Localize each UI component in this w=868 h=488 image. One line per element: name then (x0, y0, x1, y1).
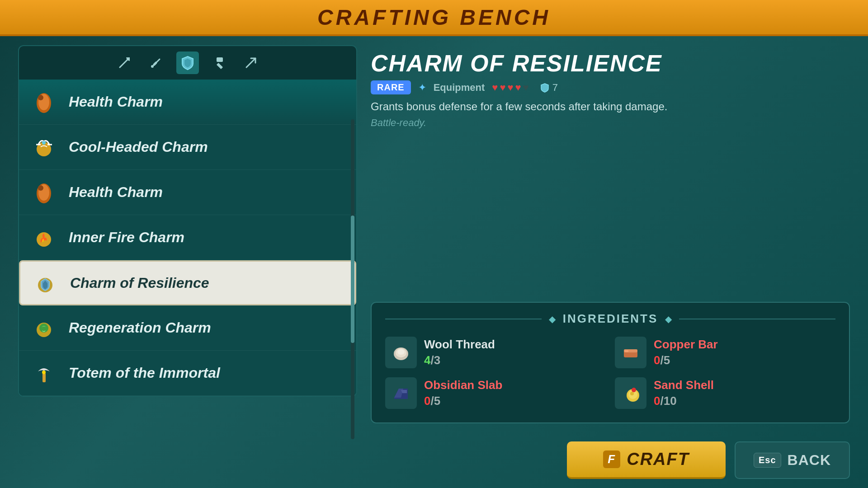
ingredient-sand-shell: Sand Shell 0/10 (615, 377, 835, 409)
sand-shell-icon (615, 377, 646, 409)
item-icon-resilience (29, 267, 61, 299)
item-icon-health2 (28, 177, 60, 208)
detail-title: CHARM OF RESILIENCE (371, 50, 850, 77)
wool-thread-need: 3 (434, 353, 440, 367)
svg-rect-28 (625, 350, 628, 352)
equipment-badge: Equipment (434, 82, 485, 94)
heart-3: ♥ (507, 82, 513, 94)
item-name-regen: Regeneration Charm (69, 319, 211, 336)
ingredients-header: ◆ INGREDIENTS ◆ (385, 312, 835, 326)
item-name-health1: Health Charm (69, 94, 163, 110)
item-detail-header: CHARM OF RESILIENCE RARE ✦ Equipment ♥ ♥… (371, 50, 850, 129)
sand-shell-need: 10 (664, 394, 677, 408)
svg-rect-21 (42, 373, 46, 382)
wool-thread-name: Wool Thread (424, 338, 495, 352)
list-item[interactable]: Totem of the Immortal (19, 351, 356, 396)
tab-sword[interactable] (145, 52, 167, 74)
svg-point-3 (151, 65, 154, 68)
copper-bar-have: 0 (654, 353, 660, 367)
item-icon-totem (28, 357, 60, 389)
item-name-coolheaded: Cool-Headed Charm (69, 139, 208, 155)
right-panel: CHARM OF RESILIENCE RARE ✦ Equipment ♥ ♥… (371, 45, 850, 479)
ingredients-section: ◆ INGREDIENTS ◆ (371, 302, 850, 423)
copper-bar-count: 0/5 (654, 353, 718, 367)
top-bar: CRAFTING BENCH (0, 0, 868, 36)
svg-line-6 (246, 58, 255, 67)
ingredient-copper-bar: Copper Bar 0/5 (615, 337, 835, 368)
list-item[interactable]: Health Charm (19, 80, 356, 125)
main-content: Health Charm (0, 36, 868, 488)
divider-left (385, 319, 542, 319)
svg-rect-4 (217, 63, 223, 69)
sand-shell-have: 0 (654, 394, 660, 408)
category-tabs (18, 45, 357, 80)
tab-arrow[interactable] (240, 52, 262, 74)
wool-thread-info: Wool Thread 4/3 (424, 338, 495, 367)
obsidian-slab-icon (385, 377, 417, 409)
sand-shell-info: Sand Shell 0/10 (654, 378, 714, 408)
screen-title: CRAFTING BENCH (317, 5, 551, 30)
craft-key: F (603, 450, 620, 468)
ingredients-title: INGREDIENTS (563, 312, 658, 326)
shield-count: 7 (540, 82, 558, 94)
wool-thread-count: 4/3 (424, 353, 495, 367)
left-panel: Health Charm (18, 45, 357, 479)
equipment-label: Equipment (434, 82, 485, 94)
divider-right (679, 319, 835, 319)
action-buttons: F CRAFT Esc BACK (371, 441, 850, 479)
copper-bar-info: Copper Bar 0/5 (654, 338, 718, 367)
svg-point-16 (38, 185, 43, 191)
tab-hammer[interactable] (208, 52, 231, 74)
obsidian-slab-need: 5 (434, 394, 440, 408)
sand-shell-slash: / (660, 394, 663, 408)
wool-thread-icon (385, 337, 417, 368)
svg-point-34 (630, 392, 634, 395)
copper-bar-slash: / (660, 353, 663, 367)
plus-icon: ✦ (418, 82, 426, 94)
items-wrapper: Health Charm (18, 80, 357, 479)
copper-bar-name: Copper Bar (654, 338, 718, 352)
copper-bar-icon (615, 337, 646, 368)
list-item[interactable]: Health Charm (19, 170, 356, 215)
hearts-row: ♥ ♥ ♥ ♥ ♥ (492, 82, 528, 94)
list-item-selected[interactable]: Charm of Resilience (19, 260, 356, 305)
item-name-totem: Totem of the Immortal (69, 365, 220, 381)
scroll-track (351, 119, 354, 439)
list-item[interactable]: Cool-Headed Charm (19, 125, 356, 170)
items-list: Health Charm (18, 80, 357, 397)
tab-pickaxe[interactable] (113, 52, 136, 74)
item-name-innerfire: Inner Fire Charm (69, 229, 184, 246)
craft-button[interactable]: F CRAFT (567, 441, 726, 479)
svg-point-22 (42, 371, 46, 374)
obsidian-slab-count: 0/5 (424, 394, 502, 408)
svg-point-13 (42, 141, 46, 145)
diamond-icon-left: ◆ (549, 314, 556, 324)
shield-icon (540, 83, 550, 93)
svg-line-2 (154, 63, 156, 65)
list-item[interactable]: Inner Fire Charm (19, 215, 356, 260)
back-key: Esc (754, 453, 781, 468)
back-button[interactable]: Esc BACK (735, 441, 850, 479)
game-screen: CRAFTING BENCH (0, 0, 868, 488)
ingredient-obsidian-slab: Obsidian Slab 0/5 (385, 377, 606, 409)
item-name-health2: Health Charm (69, 184, 163, 201)
obsidian-slab-info: Obsidian Slab 0/5 (424, 378, 502, 408)
sand-shell-name: Sand Shell (654, 378, 714, 392)
ingredient-wool-thread: Wool Thread 4/3 (385, 337, 606, 368)
svg-rect-5 (217, 57, 223, 62)
item-flavor: Battle-ready. (371, 117, 850, 129)
diamond-icon-right: ◆ (665, 314, 672, 324)
heart-2: ♥ (500, 82, 505, 94)
svg-point-9 (38, 95, 43, 100)
item-name-resilience: Charm of Resilience (70, 275, 209, 291)
item-icon-regen (28, 312, 60, 344)
copper-bar-need: 5 (664, 353, 670, 367)
tab-shield[interactable] (176, 52, 199, 74)
obsidian-slab-slash: / (430, 394, 434, 408)
obsidian-slab-name: Obsidian Slab (424, 378, 502, 392)
item-meta: RARE ✦ Equipment ♥ ♥ ♥ ♥ ♥ (371, 80, 850, 94)
obsidian-slab-have: 0 (424, 394, 430, 408)
scroll-thumb[interactable] (351, 216, 354, 343)
list-item[interactable]: Regeneration Charm (19, 305, 356, 351)
item-icon-health1 (28, 86, 60, 118)
